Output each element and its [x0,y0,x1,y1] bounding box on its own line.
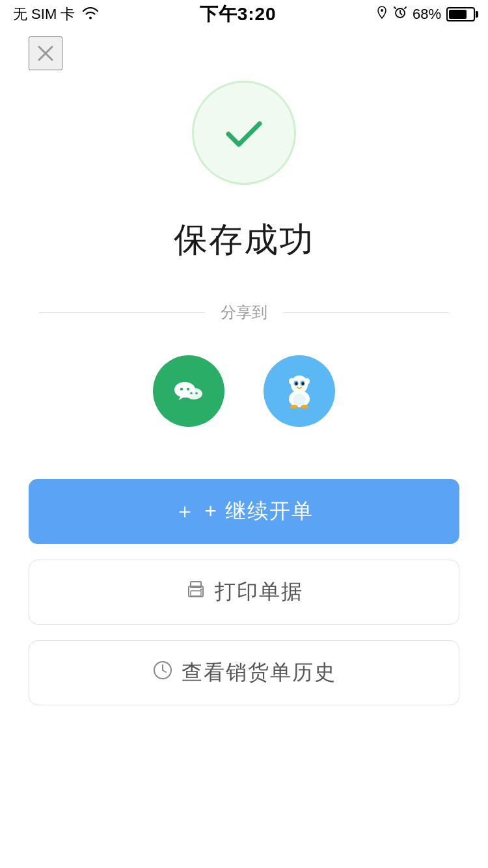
qq-share-button[interactable] [264,355,335,427]
svg-point-0 [381,9,383,12]
printer-icon [185,579,207,605]
location-icon [376,6,388,23]
share-label: 分享到 [205,302,283,323]
history-icon [152,659,174,686]
status-time: 下午3:20 [200,2,277,27]
divider-line-left [39,312,205,313]
svg-rect-21 [191,591,201,596]
status-bar: 无 SIM 卡 下午3:20 68% [0,0,488,29]
svg-point-4 [180,388,183,390]
share-divider: 分享到 [0,302,488,323]
history-label: 查看销货单历史 [182,658,336,687]
status-right: 68% [376,5,475,23]
svg-point-17 [289,378,294,385]
svg-point-6 [190,392,193,395]
close-button[interactable] [29,36,62,70]
success-circle [192,81,296,185]
qq-icon [278,370,320,412]
svg-point-7 [195,392,198,395]
status-left: 无 SIM 卡 [13,5,100,24]
alarm-icon [393,5,407,23]
wechat-icon [168,370,210,412]
print-button[interactable]: 打印单据 [29,560,459,625]
continue-order-button[interactable]: ＋ + 继续开单 [29,479,459,544]
divider-line-right [283,312,449,313]
svg-point-12 [302,382,305,385]
svg-point-14 [293,394,306,405]
battery-icon [446,7,475,21]
no-sim-text: 无 SIM 卡 [13,5,75,24]
share-icons-row [153,355,335,427]
history-button[interactable]: 查看销货单历史 [29,640,459,705]
svg-point-18 [305,378,310,385]
svg-point-15 [290,405,298,409]
main-content: 保存成功 分享到 [0,29,488,705]
svg-point-5 [187,388,189,390]
continue-order-label: + 继续开单 [204,497,314,526]
svg-point-11 [295,382,298,385]
wechat-share-button[interactable] [153,355,224,427]
action-buttons: ＋ + 继续开单 打印单据 查看销货单历史 [0,479,488,705]
wifi-icon [81,5,100,23]
success-title: 保存成功 [174,217,314,263]
battery-percent: 68% [413,6,441,23]
checkmark-icon [218,107,270,159]
plus-icon: ＋ [174,497,197,526]
close-icon [34,42,57,65]
print-label: 打印单据 [215,578,303,606]
svg-point-22 [200,589,202,591]
svg-point-16 [301,405,308,409]
